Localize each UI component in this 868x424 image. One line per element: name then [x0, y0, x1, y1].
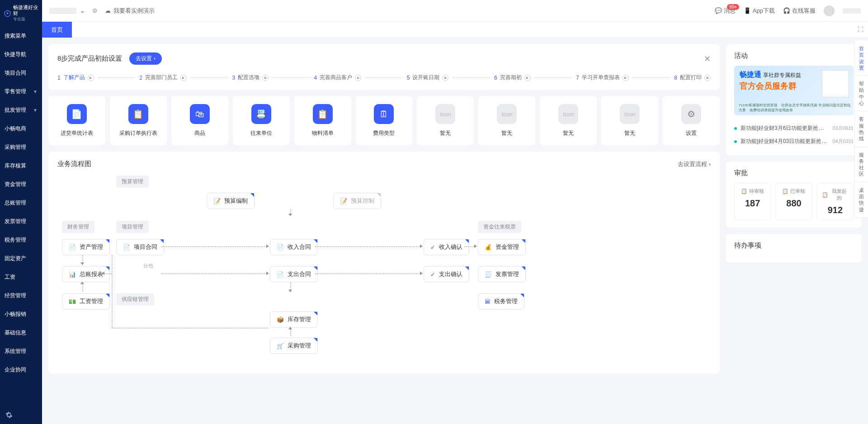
logo-icon: [4, 9, 11, 18]
gear-icon: ⚙: [681, 104, 701, 124]
quick-goods[interactable]: 🛍商品: [171, 96, 228, 145]
node-tax-mgmt[interactable]: 🏛税务管理: [478, 293, 524, 310]
approval-pending[interactable]: 📋待审核 187: [734, 183, 771, 220]
workflow-title: 业务流程图: [57, 160, 91, 168]
quick-contacts[interactable]: 📇往来单位: [233, 96, 290, 145]
node-salary-mgmt[interactable]: 💵工资管理: [62, 293, 110, 310]
go-setup-button[interactable]: 去设置 ›: [129, 52, 161, 65]
quick-po-exec[interactable]: 📋采购订单执行表: [110, 96, 167, 145]
close-icon[interactable]: ✕: [704, 54, 711, 64]
rail-hotline[interactable]: 客服热线: [855, 111, 868, 147]
messages-button[interactable]: 💬 消息 99+: [715, 7, 736, 15]
logo-brand: 畅捷通好业财: [13, 5, 38, 16]
nav-expense[interactable]: 小畅报销: [0, 305, 42, 324]
customer-service-button[interactable]: 🎧 在线客服: [783, 7, 816, 15]
node-budget-make[interactable]: 📝预算编制: [207, 193, 255, 209]
approval-done[interactable]: 📋已审核 880: [775, 183, 812, 220]
nav-system[interactable]: 系统管理: [0, 342, 42, 361]
news-item[interactable]: 新功能|好业财3月6日功能更新抢先知 03月06日: [734, 122, 854, 135]
activity-card: 活动 畅捷通 享社群专属权益 官方会员服务群 7x15h客服随时在线答疑 社群会…: [726, 44, 862, 155]
approval-mine[interactable]: 📋我发起的 912: [817, 183, 854, 220]
quick-empty[interactable]: Icon暂无: [478, 96, 535, 145]
icon-placeholder: Icon: [497, 104, 517, 124]
node-income-confirm[interactable]: ✓收入确认: [424, 239, 469, 255]
avatar[interactable]: [824, 5, 835, 16]
node-expense-contract[interactable]: 📄支出合同: [270, 266, 318, 282]
approval-title: 审批: [734, 169, 854, 177]
nav-funds[interactable]: 资金管理: [0, 175, 42, 194]
chevron-down-icon: ▼: [33, 89, 38, 94]
nav-project-contract[interactable]: 项目合同: [0, 64, 42, 82]
nav-search[interactable]: 搜索菜单: [0, 27, 42, 45]
nav-salary[interactable]: 工资: [0, 268, 42, 286]
node-income-contract[interactable]: 📄收入合同: [270, 239, 318, 255]
icon-placeholder: Icon: [620, 104, 640, 124]
nav-tax[interactable]: 税务管理: [0, 231, 42, 249]
nav-quick[interactable]: 快捷导航: [0, 45, 42, 64]
document-icon: 📄: [67, 104, 87, 124]
node-purchase-mgmt[interactable]: 🛒采购管理: [270, 338, 318, 354]
download-button[interactable]: 📱 App下载: [744, 7, 775, 15]
step-7[interactable]: 7学习开单查报表▶: [576, 74, 629, 81]
quick-empty[interactable]: Icon暂无: [417, 96, 474, 145]
fullscreen-button[interactable]: ⛶: [853, 26, 868, 33]
check-icon: ✓: [430, 244, 435, 251]
demo-link[interactable]: ☁ 我要看实例演示: [105, 7, 155, 15]
step-2[interactable]: 2完善部门员工▶: [139, 74, 187, 81]
clipboard-icon: 📋: [822, 192, 828, 198]
nav-retail[interactable]: 零售管理▼: [0, 82, 42, 101]
node-project-contract[interactable]: 📄项目合同: [116, 239, 164, 255]
nav-purchase[interactable]: 采购管理: [0, 138, 42, 157]
nav-fixed-assets[interactable]: 固定资产: [0, 249, 42, 268]
sub-contract-label: 分包: [143, 262, 153, 269]
nav-collab[interactable]: 企业协同: [0, 361, 42, 379]
node-asset[interactable]: 📄资产管理: [62, 239, 110, 255]
nav-invoice[interactable]: 发票管理: [0, 212, 42, 231]
list-icon: 📋: [313, 104, 333, 124]
setup-title: 8步完成产品初始设置: [57, 54, 122, 63]
tab-home[interactable]: 首页: [42, 22, 72, 38]
report-icon: 📊: [69, 271, 76, 278]
node-invoice-mgmt[interactable]: 🧾发票管理: [478, 266, 526, 282]
doc-icon: 📄: [277, 244, 284, 251]
nav-gl[interactable]: 总账管理: [0, 194, 42, 212]
node-budget-ctrl[interactable]: 📝预算控制: [333, 193, 381, 209]
quick-purchase-stats[interactable]: 📄进货单统计表: [48, 96, 105, 145]
company-selector[interactable]: ⌄: [49, 7, 85, 14]
nav-ecommerce[interactable]: 小畅电商: [0, 119, 42, 138]
approval-card: 审批 📋待审核 187 📋已审核 880 📋我发起的 912: [726, 162, 862, 228]
news-item[interactable]: 新功能|好业财4月03日功能更新抢先知 04月03日: [734, 135, 854, 148]
rail-community[interactable]: 服务社区: [855, 147, 868, 182]
settings-icon[interactable]: ⚙: [92, 7, 98, 14]
quick-empty[interactable]: Icon暂无: [601, 96, 658, 145]
sidebar: 畅捷通好业财 专业版 搜索菜单 快捷导航 项目合同 零售管理▼ 批发管理▼ 小畅…: [0, 0, 42, 424]
rail-shortcut[interactable]: 桌面快捷: [855, 182, 868, 218]
step-8[interactable]: 8配置打印▶: [674, 74, 711, 81]
nav-inventory[interactable]: 库存核算: [0, 157, 42, 175]
sidebar-settings[interactable]: [0, 406, 42, 424]
nav-basic[interactable]: 基础信息: [0, 324, 42, 342]
setup-card: 8步完成产品初始设置 去设置 › ✕ 1了解产品▶ 2完善部门员工▶ 3配置选项…: [48, 44, 720, 90]
rail-help[interactable]: 帮助中心: [855, 76, 868, 111]
quick-empty[interactable]: Icon暂无: [540, 96, 597, 145]
nav-management[interactable]: 经营管理: [0, 286, 42, 305]
icon-placeholder: Icon: [435, 104, 455, 124]
step-4[interactable]: 4完善商品客户▶: [314, 74, 362, 81]
step-6[interactable]: 6完善期初▶: [494, 74, 531, 81]
node-inventory-mgmt[interactable]: 📦库存管理: [270, 311, 318, 328]
play-icon: ▶: [524, 75, 531, 81]
node-expense-confirm[interactable]: ✓支出确认: [424, 266, 469, 282]
quick-settings[interactable]: ⚙设置: [663, 96, 720, 145]
node-fund-mgmt[interactable]: 💰资金管理: [478, 239, 526, 255]
rail-home-setup[interactable]: 首页设置: [855, 41, 868, 76]
box-icon: 📦: [277, 316, 284, 323]
nav-wholesale[interactable]: 批发管理▼: [0, 101, 42, 119]
step-1[interactable]: 1了解产品▶: [57, 74, 94, 81]
step-5[interactable]: 5设开账日期▶: [407, 74, 449, 81]
workflow-config-link[interactable]: 去设置流程 ›: [678, 160, 711, 168]
promo-banner[interactable]: 畅捷通 享社群专属权益 官方会员服务群 7x15h客服随时在线答疑 社群会员专享…: [734, 66, 854, 115]
headset-icon: 🎧: [783, 7, 790, 14]
step-3[interactable]: 3配置选项▶: [232, 74, 269, 81]
quick-expense-type[interactable]: 🗓费用类型: [356, 96, 413, 145]
quick-bom[interactable]: 📋物料清单: [294, 96, 351, 145]
